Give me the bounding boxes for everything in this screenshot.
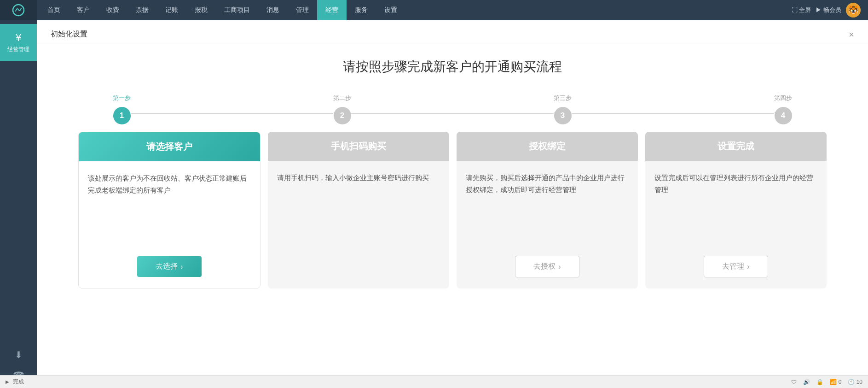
step-card-4-body: 设置完成后可以在管理列表进行所有企业用户的经营管理 bbox=[645, 161, 827, 256]
sidebar: ¥ 经营管理 ⬇ ☎ bbox=[0, 0, 37, 388]
step-indicator-1: 第一步 1 bbox=[113, 94, 131, 124]
vip-btn[interactable]: ▶ 畅会员 bbox=[816, 6, 841, 14]
status-text: 完成 bbox=[13, 378, 24, 386]
nav-tax[interactable]: 报税 bbox=[186, 0, 216, 20]
top-nav: 首页 客户 收费 票据 记账 报税 工商项目 消息 管理 经营 服务 设置 ⛶ … bbox=[0, 0, 868, 20]
step-card-4-footer: 去管理 › bbox=[645, 256, 827, 288]
signal-status: 📶 0 bbox=[830, 379, 841, 385]
nav-clients[interactable]: 客户 bbox=[69, 0, 98, 20]
shield-icon: 🛡 bbox=[791, 379, 797, 385]
step-card-3-body: 请先购买，购买后选择开通的产品中的企业用户进行授权绑定，成功后即可进行经营管理 bbox=[457, 161, 638, 256]
step-card-3: 授权绑定 请先购买，购买后选择开通的产品中的企业用户进行授权绑定，成功后即可进行… bbox=[457, 132, 638, 288]
step-card-1-footer: 去选择 › bbox=[79, 256, 260, 288]
nav-accounting[interactable]: 记账 bbox=[157, 0, 186, 20]
step-card-1-body: 该处展示的客户为不在回收站、客户状态正常建账后完成老板端绑定的所有客户 bbox=[79, 161, 260, 256]
nav-fees[interactable]: 收费 bbox=[98, 0, 127, 20]
status-right: 🛡 🔊 🔒 📶 0 🕙 10 bbox=[791, 379, 862, 385]
step-card-2: 手机扫码购买 请用手机扫码，输入小微企业主账号密码进行购买 bbox=[268, 132, 449, 288]
avatar[interactable]: 🐯 bbox=[846, 3, 861, 18]
management-icon: ¥ bbox=[16, 32, 21, 44]
nav-right-area: ⛶ 全屏 ▶ 畅会员 🐯 bbox=[792, 3, 868, 18]
step-card-3-header: 授权绑定 bbox=[457, 132, 638, 161]
page-title: 初始化设置 bbox=[51, 29, 87, 39]
step-indicators: 第一步 1 第二步 2 第三步 3 第四步 4 bbox=[64, 94, 840, 124]
step-3-button[interactable]: 去授权 › bbox=[515, 256, 579, 277]
step-card-1-header: 请选择客户 bbox=[79, 132, 260, 161]
step-cards: 请选择客户 该处展示的客户为不在回收站、客户状态正常建账后完成老板端绑定的所有客… bbox=[64, 132, 840, 288]
nav-settings[interactable]: 设置 bbox=[376, 0, 405, 20]
steps-section: 请按照步骤完成新客户的开通购买流程 第一步 1 第二步 2 第三步 3 bbox=[37, 44, 868, 298]
step-1-button[interactable]: 去选择 › bbox=[137, 256, 202, 277]
time-status: 🕙 10 bbox=[848, 379, 862, 385]
step-3-circle: 3 bbox=[554, 107, 572, 124]
step-4-label: 第四步 bbox=[774, 94, 792, 102]
nav-business[interactable]: 工商项目 bbox=[216, 0, 258, 20]
page-header: 初始化设置 × bbox=[37, 20, 868, 44]
step-3-label: 第三步 bbox=[554, 94, 572, 102]
step-4-circle: 4 bbox=[775, 107, 792, 124]
status-bar: ▶ 完成 🛡 🔊 🔒 📶 0 🕙 10 bbox=[0, 375, 868, 388]
step-card-4-header: 设置完成 bbox=[645, 132, 827, 161]
download-icon[interactable]: ⬇ bbox=[15, 349, 23, 360]
step-2-circle: 2 bbox=[334, 107, 351, 124]
step-connector-3 bbox=[572, 113, 774, 114]
close-button[interactable]: × bbox=[849, 30, 854, 39]
sidebar-management-label: 经营管理 bbox=[7, 46, 29, 53]
nav-messages[interactable]: 消息 bbox=[258, 0, 288, 20]
sidebar-logo bbox=[0, 0, 37, 20]
step-1-circle: 1 bbox=[113, 107, 131, 124]
nav-operations[interactable]: 经营 bbox=[317, 0, 347, 20]
step-card-3-footer: 去授权 › bbox=[457, 256, 638, 288]
fullscreen-btn[interactable]: ⛶ 全屏 bbox=[792, 6, 811, 14]
step-1-label: 第一步 bbox=[113, 94, 131, 102]
nav-admin[interactable]: 管理 bbox=[288, 0, 317, 20]
volume-icon: 🔊 bbox=[803, 379, 810, 385]
step-card-4: 设置完成 设置完成后可以在管理列表进行所有企业用户的经营管理 去管理 › bbox=[645, 132, 827, 288]
step-card-2-footer bbox=[268, 277, 449, 288]
main-content: 初始化设置 × 请按照步骤完成新客户的开通购买流程 第一步 1 第二步 2 第三… bbox=[37, 20, 868, 375]
nav-home[interactable]: 首页 bbox=[39, 0, 69, 20]
play-icon: ▶ bbox=[6, 379, 9, 384]
step-card-1: 请选择客户 该处展示的客户为不在回收站、客户状态正常建账后完成老板端绑定的所有客… bbox=[78, 132, 260, 288]
step-connector-1 bbox=[131, 113, 333, 114]
step-2-label: 第二步 bbox=[333, 94, 351, 102]
lock-icon: 🔒 bbox=[816, 379, 823, 385]
step-card-2-header: 手机扫码购买 bbox=[268, 132, 449, 161]
nav-bills[interactable]: 票据 bbox=[127, 0, 157, 20]
sidebar-item-management[interactable]: ¥ 经营管理 bbox=[0, 24, 37, 61]
step-card-2-body: 请用手机扫码，输入小微企业主账号密码进行购买 bbox=[268, 161, 449, 277]
wizard-title: 请按照步骤完成新客户的开通购买流程 bbox=[64, 58, 840, 76]
step-connector-2 bbox=[351, 113, 554, 114]
step-4-button[interactable]: 去管理 › bbox=[704, 256, 768, 277]
nav-service[interactable]: 服务 bbox=[347, 0, 376, 20]
